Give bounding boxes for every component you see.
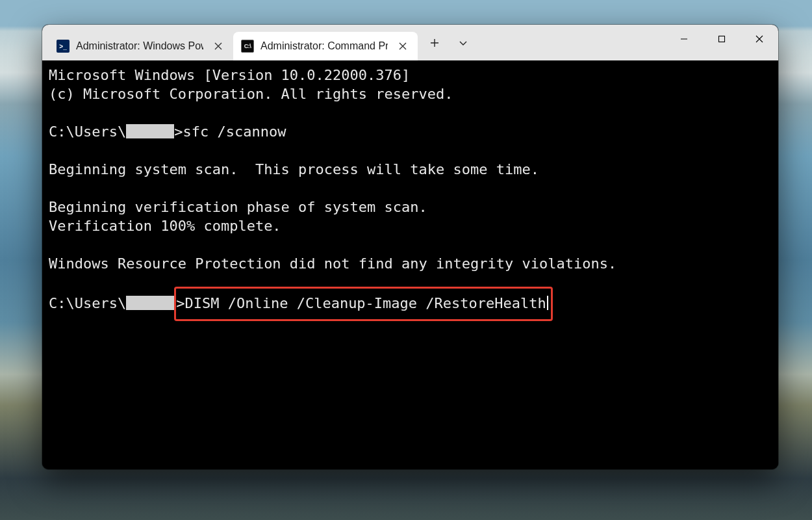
prompt-path: C:\Users\: [49, 124, 126, 140]
titlebar: Administrator: Windows PowerS Administra…: [42, 25, 778, 60]
close-tab-icon[interactable]: [210, 38, 227, 55]
tab-command-prompt[interactable]: Administrator: Command Promp: [233, 32, 418, 60]
prompt-suffix: >: [176, 295, 184, 311]
tab-actions: [418, 25, 476, 60]
command-text: sfc /scannow: [183, 124, 286, 140]
tab-powershell[interactable]: Administrator: Windows PowerS: [49, 32, 233, 60]
output-line: Windows Resource Protection did not find…: [49, 255, 616, 272]
command-prompt-icon: [241, 40, 254, 53]
text-cursor: [547, 296, 548, 310]
powershell-icon: [57, 40, 70, 53]
svg-rect-0: [719, 36, 725, 42]
output-line: (c) Microsoft Corporation. All rights re…: [49, 86, 453, 102]
tab-strip: Administrator: Windows PowerS Administra…: [42, 25, 418, 60]
command-highlight: >DISM /Online /Cleanup-Image /RestoreHea…: [174, 287, 553, 321]
tab-dropdown-button[interactable]: [450, 30, 476, 56]
redacted-username: [126, 296, 174, 310]
tab-label: Administrator: Command Promp: [260, 40, 388, 52]
close-tab-icon[interactable]: [394, 38, 411, 55]
close-window-button[interactable]: [741, 25, 778, 53]
prompt-path: C:\Users\: [49, 295, 126, 311]
output-line: Microsoft Windows [Version 10.0.22000.37…: [49, 67, 410, 83]
prompt-suffix: >: [174, 124, 183, 140]
tab-label: Administrator: Windows PowerS: [76, 40, 203, 52]
terminal-output[interactable]: Microsoft Windows [Version 10.0.22000.37…: [42, 60, 778, 469]
output-line: Verification 100% complete.: [49, 218, 281, 234]
minimize-button[interactable]: [665, 25, 703, 53]
output-line: Beginning verification phase of system s…: [49, 199, 427, 215]
command-text: DISM /Online /Cleanup-Image /RestoreHeal…: [184, 295, 546, 311]
maximize-button[interactable]: [703, 25, 741, 53]
window-controls: [665, 25, 778, 60]
new-tab-button[interactable]: [422, 30, 448, 56]
redacted-username: [126, 124, 174, 138]
terminal-window: Administrator: Windows PowerS Administra…: [42, 25, 778, 469]
output-line: Beginning system scan. This process will…: [49, 161, 539, 177]
